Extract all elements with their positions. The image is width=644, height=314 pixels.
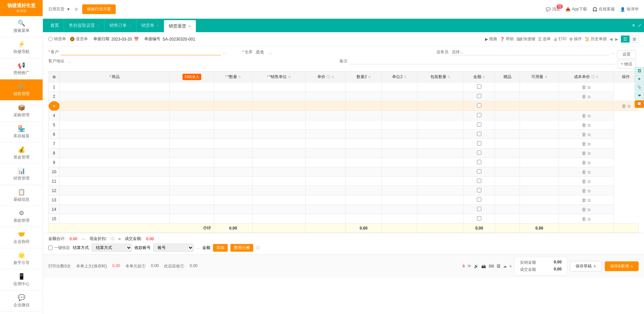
sale-unit-cell[interactable] xyxy=(214,111,252,120)
sale-unit-cell[interactable] xyxy=(214,205,252,214)
gift-checkbox[interactable] xyxy=(477,169,481,174)
radio-sale[interactable]: 销货单 xyxy=(48,36,66,42)
package-qty-cell[interactable] xyxy=(381,82,417,92)
quantity-cell[interactable] xyxy=(170,130,214,139)
copy-row-btn[interactable]: ⧉ xyxy=(588,161,591,165)
tab-home[interactable]: 首页 xyxy=(46,19,64,32)
icon7[interactable]: ≡ xyxy=(509,264,512,268)
help-btn[interactable]: ❓ 帮助 xyxy=(500,36,514,42)
qty2-cell[interactable] xyxy=(306,139,346,148)
data-cell[interactable] xyxy=(170,101,214,111)
sidebar-item-search[interactable]: 🔍 搜索菜单 xyxy=(0,16,43,37)
unit-price-cell[interactable] xyxy=(252,148,305,158)
amount-dots[interactable]: ... xyxy=(196,245,200,250)
online-service-btn[interactable]: 🎧 在线客服 xyxy=(592,6,615,12)
save-draft-btn[interactable]: 保存草稿 ∧ xyxy=(570,261,602,271)
cost-price-cell[interactable] xyxy=(520,195,559,205)
print-btn[interactable]: 🖨 打印 xyxy=(553,36,567,42)
float-collect-btn[interactable]: ❤ xyxy=(635,92,644,100)
package-qty-cell[interactable] xyxy=(381,130,417,139)
qty2-cell[interactable] xyxy=(306,92,346,101)
radio-sale-input[interactable] xyxy=(48,37,53,41)
cost-price-cell[interactable] xyxy=(520,92,559,101)
delete-row-btn[interactable]: 🗑 xyxy=(582,150,586,156)
sidebar-item-operations[interactable]: 📊 经营管理 xyxy=(0,164,43,185)
radio-return[interactable]: 退货单 xyxy=(70,36,88,42)
cost-price-cell[interactable] xyxy=(520,139,559,148)
amount-cell[interactable] xyxy=(417,205,464,214)
sidebar-item-marketing[interactable]: 📢 营销推广 xyxy=(0,58,43,79)
package-qty-cell[interactable] xyxy=(381,92,417,101)
data-cell[interactable] xyxy=(346,101,381,111)
sidebar-item-inventory[interactable]: 🏪 库存核算 xyxy=(0,122,43,143)
data-cell[interactable] xyxy=(306,101,346,111)
product-cell[interactable] xyxy=(60,214,170,224)
gift-checkbox[interactable] xyxy=(477,132,481,136)
gift-checkbox[interactable] xyxy=(477,179,481,183)
available-cell[interactable] xyxy=(495,177,520,186)
view-grid-btn[interactable]: ⊞ xyxy=(630,36,639,43)
sidebar-item-system[interactable]: ⚙ 系统管理 xyxy=(0,206,43,227)
cost-price-cell[interactable] xyxy=(520,186,559,195)
gift-checkbox[interactable] xyxy=(477,188,481,192)
amount-cell[interactable] xyxy=(417,111,464,120)
qty2-cell[interactable] xyxy=(306,82,346,92)
unit-price-cell[interactable] xyxy=(252,130,305,139)
unit-price-cell[interactable] xyxy=(252,82,305,92)
available-cell[interactable] xyxy=(495,139,520,148)
qty2-cell[interactable] xyxy=(306,167,346,177)
cost-price-cell[interactable] xyxy=(520,120,559,130)
radio-return-input[interactable] xyxy=(70,37,74,41)
amount-cell[interactable] xyxy=(417,148,464,158)
copy-row-btn[interactable]: ⧉ xyxy=(588,85,591,90)
unit2-cell[interactable] xyxy=(346,120,381,130)
data-cell[interactable] xyxy=(214,101,252,111)
product-cell[interactable] xyxy=(60,120,170,130)
message-btn[interactable]: 💬 消息 70 xyxy=(546,6,560,12)
sale-unit-cell[interactable] xyxy=(214,82,252,92)
quantity-cell[interactable] xyxy=(170,195,214,205)
package-qty-cell[interactable] xyxy=(381,177,417,186)
next-icon[interactable]: ▶ xyxy=(615,37,618,42)
account-select[interactable]: 账号 xyxy=(153,244,194,252)
unit2-cell[interactable] xyxy=(346,205,381,214)
sidebar-item-finance[interactable]: 💰 资金管理 xyxy=(0,143,43,164)
unit2-cell[interactable] xyxy=(346,158,381,167)
unit-price-cell[interactable] xyxy=(252,111,305,120)
package-qty-cell[interactable] xyxy=(381,214,417,224)
sidebar-item-newbie[interactable]: 🌟 新手引导 xyxy=(0,248,43,269)
select-btn[interactable]: ☰ 选单 xyxy=(538,36,551,42)
gift-checkbox[interactable] xyxy=(477,160,481,164)
data-cell[interactable] xyxy=(417,101,464,111)
package-qty-cell[interactable] xyxy=(381,158,417,167)
salesperson-picker[interactable]: ... xyxy=(611,50,614,55)
copy-row-btn[interactable]: ⧉ xyxy=(588,114,591,118)
package-qty-cell[interactable] xyxy=(381,167,417,177)
product-cell[interactable] xyxy=(60,205,170,214)
available-cell[interactable] xyxy=(495,186,520,195)
available-cell[interactable] xyxy=(495,92,520,101)
amount-cell[interactable] xyxy=(417,177,464,186)
package-qty-cell[interactable] xyxy=(381,120,417,130)
icon1[interactable]: 中 xyxy=(468,264,471,269)
settings-btn[interactable]: 设置 xyxy=(617,50,636,59)
product-cell[interactable] xyxy=(60,139,170,148)
copy-row-btn[interactable]: ⧉ xyxy=(588,189,591,193)
unit2-cell[interactable] xyxy=(346,139,381,148)
copy-row-btn[interactable]: ⧉ xyxy=(588,207,591,212)
product-cell[interactable] xyxy=(60,130,170,139)
delete-row-btn[interactable]: 🗑 xyxy=(622,103,626,109)
cost-price-cell[interactable] xyxy=(520,130,559,139)
product-input-cell[interactable] xyxy=(60,101,170,111)
delete-row-btn[interactable]: 🗑 xyxy=(582,197,586,203)
unit-price-cell[interactable] xyxy=(252,195,305,205)
quantity-cell[interactable] xyxy=(170,120,214,130)
fee-split-btn[interactable]: 费用分摊 xyxy=(230,244,253,252)
icon5[interactable]: 🖼 xyxy=(497,264,500,268)
video-btn[interactable]: ▶ 视频 xyxy=(485,36,497,42)
unit2-cell[interactable] xyxy=(346,167,381,177)
qty2-cell[interactable] xyxy=(306,186,346,195)
history-btn[interactable]: 📜 历史单据 xyxy=(585,36,607,42)
delete-row-btn[interactable]: 🗑 xyxy=(582,113,586,118)
qty2-cell[interactable] xyxy=(306,120,346,130)
